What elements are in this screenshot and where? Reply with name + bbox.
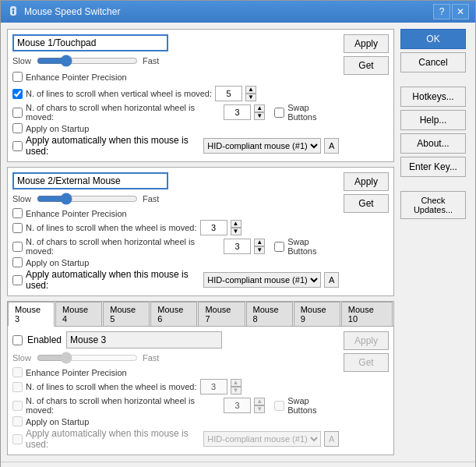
mouse2-a-btn[interactable]: A [324, 272, 339, 288]
mouse2-chars-scroll-cb[interactable] [12, 242, 23, 252]
mouse2-lines-up[interactable]: ▲ [231, 220, 242, 228]
mouse2-chars-down[interactable]: ▼ [254, 246, 265, 254]
tab-mouse9[interactable]: Mouse 9 [294, 302, 340, 326]
mouse2-lines-spin[interactable] [200, 220, 227, 235]
mouse1-a-btn[interactable]: A [324, 138, 339, 154]
mouse3-chars-scroll-label: N. of chars to scroll when horizontal wh… [26, 396, 220, 415]
mouse3-chars-spin[interactable] [224, 398, 251, 413]
mouse2-lines-scroll-label: N. of lines to scroll when the wheel is … [26, 223, 197, 232]
mouse3-swap-label: Swap Buttons [287, 396, 339, 415]
mouse3-startup-label: Apply on Startup [26, 417, 89, 426]
mouse1-chars-scroll-cb[interactable] [12, 108, 23, 118]
mouse1-swap-cb[interactable] [274, 108, 284, 118]
check-updates-button[interactable]: Check Updates... [400, 191, 466, 219]
left-panel: Slow Fast Enhance Pointer Precision [7, 29, 394, 455]
mouse1-swap-label: Swap Buttons [287, 103, 339, 122]
mouse3-tab-content: Enabled Slow Fast Enhance Pointer Precis… [8, 327, 393, 455]
mouse2-slow-label: Slow [12, 194, 32, 203]
tabs-bar: Mouse 3 Mouse 4 Mouse 5 Mouse 6 Mouse 7 … [8, 302, 393, 327]
tab-mouse4[interactable]: Mouse 4 [55, 302, 102, 326]
mouse2-fast-label: Fast [143, 194, 162, 203]
tab-mouse7[interactable]: Mouse 7 [198, 302, 245, 326]
mouse1-section: Slow Fast Enhance Pointer Precision [7, 29, 394, 162]
mouse1-lines-down[interactable]: ▼ [245, 94, 256, 101]
mouse2-speed-slider[interactable] [37, 193, 138, 205]
about-button[interactable]: About... [400, 133, 466, 154]
mouse2-auto-select[interactable]: HID-compliant mouse (#1) [203, 272, 321, 288]
mouse2-lines-scroll-cb[interactable] [12, 223, 23, 233]
cancel-button[interactable]: Cancel [400, 52, 466, 73]
mouse3-chars-scroll-cb[interactable] [12, 401, 23, 411]
title-buttons: ? ✕ [433, 4, 469, 19]
mouse3-slow-label: Slow [12, 353, 32, 363]
mouse2-chars-up[interactable]: ▲ [254, 239, 265, 246]
mouse2-auto-label: Apply automatically when this mouse is u… [26, 269, 200, 291]
mouse3-chars-down[interactable]: ▼ [254, 405, 265, 413]
mouse2-get-btn[interactable]: Get [344, 194, 389, 213]
mouse1-chars-scroll-label: N. of chars to scroll when horizontal wh… [26, 103, 220, 122]
tab-mouse6[interactable]: Mouse 6 [150, 302, 197, 326]
mouse1-lines-spin[interactable] [215, 86, 242, 101]
mouse1-slow-label: Slow [12, 56, 32, 65]
bottom-section: Run at system startup Display Balloon Me… [1, 462, 475, 467]
enter-key-button[interactable]: Enter Key... [400, 157, 466, 177]
mouse3-get-btn[interactable]: Get [344, 353, 389, 372]
mouse1-chars-down[interactable]: ▼ [254, 112, 265, 120]
mouse2-chars-spin[interactable] [224, 239, 251, 254]
mouse3-enhance-cb[interactable] [12, 367, 23, 377]
mouse3-enhance-label: Enhance Pointer Precision [26, 368, 127, 377]
mouse3-auto-select[interactable]: HID-compliant mouse (#1) [203, 431, 321, 447]
mouse1-auto-cb[interactable] [12, 141, 23, 151]
mouse3-lines-down[interactable]: ▼ [231, 387, 242, 394]
mouse3-lines-scroll-cb[interactable] [12, 382, 23, 392]
mouse2-apply-btn[interactable]: Apply [344, 172, 389, 191]
mouse1-name-input[interactable] [12, 34, 168, 51]
svg-rect-2 [12, 11, 14, 14]
mouse2-name-input[interactable] [12, 172, 168, 189]
mouse3-swap-cb[interactable] [274, 401, 284, 411]
tab-mouse8[interactable]: Mouse 8 [246, 302, 293, 326]
mouse2-auto-cb[interactable] [12, 275, 23, 285]
mouse2-swap-cb[interactable] [274, 242, 284, 252]
mouse2-enhance-cb[interactable] [12, 208, 23, 218]
mouse1-lines-up[interactable]: ▲ [245, 86, 256, 94]
window-title: Mouse Speed Switcher [24, 6, 120, 17]
tab-mouse10[interactable]: Mouse 10 [341, 302, 393, 326]
mouse3-a-btn[interactable]: A [324, 431, 339, 447]
tab-mouse3[interactable]: Mouse 3 [8, 302, 55, 327]
mouse1-lines-scroll-cb[interactable] [12, 89, 23, 99]
mouse3-speed-slider[interactable] [37, 352, 138, 364]
tab-mouse5[interactable]: Mouse 5 [103, 302, 150, 326]
mouse2-lines-down[interactable]: ▼ [231, 228, 242, 235]
hotkeys-button[interactable]: Hotkeys... [400, 87, 466, 107]
mouse1-enhance-cb[interactable] [12, 72, 23, 82]
mouse3-auto-cb[interactable] [12, 434, 23, 444]
ok-button[interactable]: OK [400, 29, 466, 49]
mouse3-name-input[interactable] [66, 331, 222, 348]
mouse1-fast-label: Fast [143, 56, 162, 65]
mouse1-apply-btn[interactable]: Apply [344, 34, 389, 53]
help-btn[interactable]: Help... [400, 110, 466, 130]
mouse3-lines-up[interactable]: ▲ [231, 379, 242, 387]
mouse3-auto-label: Apply automatically when this mouse is u… [26, 428, 200, 450]
mouse2-startup-cb[interactable] [12, 257, 23, 267]
help-button[interactable]: ? [433, 4, 450, 19]
mouse1-startup-cb[interactable] [12, 123, 23, 133]
main-content: Slow Fast Enhance Pointer Precision [1, 23, 475, 462]
mouse3-startup-cb[interactable] [12, 416, 23, 426]
mouse1-chars-spin[interactable] [224, 104, 251, 120]
mouse2-swap-label: Swap Buttons [287, 237, 339, 256]
mouse1-get-btn[interactable]: Get [344, 56, 389, 75]
mouse1-auto-select[interactable]: HID-compliant mouse (#1) [203, 138, 321, 154]
mouse1-speed-slider[interactable] [37, 55, 138, 67]
close-button[interactable]: ✕ [452, 4, 469, 19]
mouse2-chars-scroll-label: N. of chars to scroll when horizontal wh… [26, 237, 220, 256]
mouse3-enabled-cb[interactable] [12, 335, 23, 345]
mouse1-startup-label: Apply on Startup [26, 124, 89, 133]
mouse3-apply-btn[interactable]: Apply [344, 331, 389, 350]
mouse3-chars-up[interactable]: ▲ [254, 398, 265, 405]
mouse1-chars-up[interactable]: ▲ [254, 104, 265, 112]
mouse3-fast-label: Fast [143, 353, 162, 363]
mouse3-lines-spin[interactable] [200, 379, 227, 394]
mouse1-auto-label: Apply automatically when this mouse is u… [26, 135, 200, 157]
